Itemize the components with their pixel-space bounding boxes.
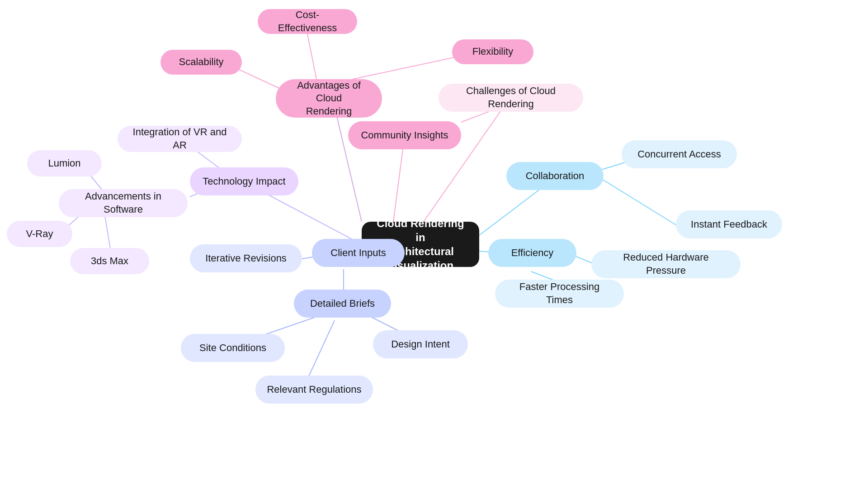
svg-line-1 [420,100,509,226]
technology-impact-node: Technology Impact [190,167,298,195]
vray-label: V-Ray [26,228,53,241]
relevant-regulations-label: Relevant Regulations [267,383,361,396]
advantages-label: Advantages of Cloud Rendering [287,79,371,118]
community-node: Community Insights [348,121,461,149]
technology-impact-label: Technology Impact [203,175,285,188]
iterative-revisions-node: Iterative Revisions [190,244,302,272]
instant-feedback-label: Instant Feedback [691,218,767,231]
flexibility-node: Flexibility [452,39,533,64]
site-conditions-label: Site Conditions [199,342,266,355]
community-label: Community Insights [361,129,448,142]
site-conditions-node: Site Conditions [181,334,285,362]
client-inputs-label: Client Inputs [330,247,386,260]
svg-line-7 [307,34,316,79]
3dsmax-node: 3ds Max [70,248,149,274]
challenges-node: Challenges of Cloud Rendering [439,84,583,112]
design-intent-node: Design Intent [373,330,468,358]
scalability-node: Scalability [160,50,242,75]
client-inputs-node: Client Inputs [312,239,405,267]
advancements-software-node: Advancements in Software [59,189,188,217]
cost-effectiveness-label: Cost-Effectiveness [269,9,346,34]
lumion-label: Lumion [48,157,80,170]
concurrent-access-node: Concurrent Access [622,140,737,168]
scalability-label: Scalability [179,56,223,69]
lumion-node: Lumion [27,150,102,176]
efficiency-label: Efficiency [511,247,554,260]
integration-vr-label: Integration of VR and AR [128,126,231,152]
reduced-hardware-node: Reduced Hardware Pressure [591,250,741,278]
reduced-hardware-label: Reduced Hardware Pressure [602,251,730,277]
iterative-revisions-label: Iterative Revisions [205,252,287,265]
svg-line-17 [601,179,678,226]
concurrent-access-label: Concurrent Access [637,148,721,161]
detailed-briefs-label: Detailed Briefs [310,297,375,310]
advancements-software-label: Advancements in Software [70,190,177,216]
challenges-label: Challenges of Cloud Rendering [449,85,572,110]
cost-effectiveness-node: Cost-Effectiveness [258,9,357,34]
3dsmax-label: 3ds Max [91,255,128,268]
efficiency-node: Efficiency [488,239,576,267]
instant-feedback-node: Instant Feedback [676,210,782,238]
advantages-node: Advantages of Cloud Rendering [276,79,382,118]
detailed-briefs-node: Detailed Briefs [294,290,391,318]
vray-node: V-Ray [7,221,72,247]
flexibility-label: Flexibility [472,45,513,58]
faster-processing-label: Faster Processing Times [506,281,613,306]
svg-line-24 [307,320,335,379]
integration-vr-node: Integration of VR and AR [118,126,242,152]
collaboration-label: Collaboration [526,170,585,183]
design-intent-label: Design Intent [391,338,450,351]
faster-processing-node: Faster Processing Times [495,280,624,308]
relevant-regulations-node: Relevant Regulations [255,376,373,404]
collaboration-node: Collaboration [506,162,604,190]
